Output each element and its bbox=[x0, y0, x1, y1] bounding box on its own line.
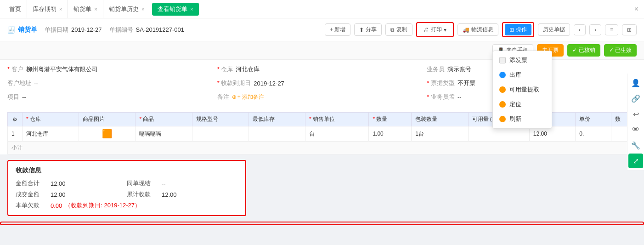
prev-button[interactable]: ‹ bbox=[574, 24, 586, 35]
dropdown-item-outbound[interactable]: 出库 bbox=[493, 68, 552, 82]
tab-sales-label: 销货单 bbox=[73, 5, 91, 13]
operations-label: 操作 bbox=[516, 26, 527, 34]
note-add-button[interactable]: ⊕ + 添加备注 bbox=[232, 93, 264, 101]
doc-title-text: 销货单 bbox=[18, 26, 37, 34]
tab-view-sales-close[interactable]: × bbox=[190, 6, 193, 12]
operations-dropdown: 添发票 出库 可用量提取 定位 刷新 bbox=[492, 51, 552, 129]
print-button[interactable]: 🖨 打印 ▾ bbox=[419, 24, 451, 35]
dropdown-item-refresh[interactable]: 刷新 bbox=[493, 112, 552, 126]
row-unit: 台 bbox=[305, 126, 369, 142]
history-button[interactable]: 历史单据 bbox=[538, 23, 570, 36]
staff-value: 演示账号 bbox=[447, 65, 471, 74]
dropdown-container: 添发票 出库 可用量提取 定位 刷新 bbox=[0, 222, 644, 225]
tab-bar: 首页 库存期初 × 销货单 × 销货单历史 × 查看销货单 × × bbox=[0, 0, 644, 18]
doc-header: 🧾 销货单 单据日期 2019-12-27 单据编号 SA-20191227-0… bbox=[0, 18, 644, 41]
tab-sales[interactable]: 销货单 × bbox=[68, 0, 103, 18]
view1-button[interactable]: ≡ bbox=[605, 24, 618, 35]
row-price: 0. bbox=[576, 126, 611, 142]
subtotal-label: 小计 bbox=[8, 142, 637, 154]
address-value: -- bbox=[34, 80, 38, 87]
total-amount-value: 12.00 bbox=[51, 180, 66, 187]
customer-label: 客户 bbox=[7, 65, 23, 74]
project-value: -- bbox=[22, 94, 26, 101]
share-button[interactable]: ⬆ 分享 bbox=[354, 23, 382, 36]
refresh-icon bbox=[499, 116, 506, 122]
accumulated-label: 累计收款 bbox=[127, 190, 159, 199]
doc-actions: + 新增 ⬆ 分享 ⧉ 复制 🖨 打印 ▾ 🚚 物流信息 bbox=[325, 22, 637, 37]
tab-sales-history-close[interactable]: × bbox=[141, 6, 144, 12]
dropdown-item-invoice[interactable]: 添发票 bbox=[493, 53, 552, 68]
row-min-stock bbox=[249, 126, 305, 142]
confirm-button[interactable]: ✓ 已核销 bbox=[567, 44, 600, 57]
view2-button[interactable]: ⊞ bbox=[622, 24, 637, 35]
col-pkg-qty: 包装数量 bbox=[412, 113, 468, 126]
note-add-label: + 添加备注 bbox=[237, 93, 264, 101]
dropdown-item-avail[interactable]: 可用量提取 bbox=[493, 82, 552, 97]
operations-highlight-box: ⊞ 操作 bbox=[502, 22, 534, 37]
transaction-label: 成交金额 bbox=[16, 190, 48, 199]
copy-button[interactable]: ⧉ 复制 bbox=[385, 23, 412, 36]
tab-sales-history[interactable]: 销货单历史 × bbox=[103, 0, 150, 18]
sidebar-undo-icon[interactable]: ↩ bbox=[628, 107, 643, 121]
payment-info-title: 收款信息 bbox=[16, 166, 238, 175]
print-label: 打印 bbox=[431, 26, 442, 34]
total-amount-label: 金额合计 bbox=[16, 179, 48, 188]
sidebar-eye-icon[interactable]: 👁 bbox=[628, 122, 643, 137]
tab-sales-close[interactable]: × bbox=[94, 6, 97, 12]
new-button[interactable]: + 新增 bbox=[325, 23, 350, 36]
same-order-value: -- bbox=[162, 180, 166, 187]
copy-icon: ⧉ bbox=[390, 27, 395, 33]
tab-inventory-close[interactable]: × bbox=[59, 6, 62, 12]
tab-home-label: 首页 bbox=[9, 5, 21, 13]
customer-field: 客户 柳州粤港平安气体有限公司 bbox=[7, 65, 217, 74]
sidebar-tool-icon[interactable]: 🔧 bbox=[628, 138, 643, 153]
locate-icon bbox=[499, 101, 506, 108]
doc-number-label: 单据编号 bbox=[109, 26, 133, 34]
payment-info-grid: 金额合计 12.00 同单现结 -- 成交金额 12.00 累计收款 12.00… bbox=[16, 179, 238, 210]
warehouse-label: 仓库 bbox=[217, 65, 233, 74]
address-label: 客户地址 bbox=[7, 79, 31, 87]
effective-button[interactable]: ✓ 已生效 bbox=[604, 44, 637, 57]
dropdown-refresh-label: 刷新 bbox=[509, 115, 521, 123]
due-label: 本单欠款 bbox=[16, 201, 48, 210]
col-price: 单价 bbox=[576, 113, 611, 126]
row-qty: 1.00 bbox=[369, 126, 412, 142]
share-label: 分享 bbox=[366, 26, 377, 34]
col-spec: 规格型号 bbox=[192, 113, 249, 126]
due-date-value: 2019-12-27 bbox=[254, 80, 284, 87]
ticket-type-value: 不开票 bbox=[458, 79, 475, 87]
same-order-row: 同单现结 -- bbox=[127, 179, 238, 188]
transaction-value: 12.00 bbox=[51, 191, 66, 198]
due-note: （收款到期日: 2019-12-27） bbox=[65, 201, 141, 210]
note-field: 备注 ⊕ + 添加备注 bbox=[217, 93, 427, 101]
row-img: 🟧 bbox=[79, 126, 136, 142]
sidebar-expand-icon[interactable]: ⤢ bbox=[628, 154, 643, 168]
print-icon: 🖨 bbox=[424, 27, 429, 33]
doc-date-label: 单据日期 bbox=[45, 26, 68, 34]
tab-view-sales[interactable]: 查看销货单 × bbox=[152, 3, 199, 16]
sidebar-user-icon[interactable]: 👤 bbox=[628, 75, 643, 90]
address-field: 客户地址 -- bbox=[7, 79, 217, 87]
due-date-label: 收款到期日 bbox=[217, 79, 251, 87]
sidebar-link-icon[interactable]: 🔗 bbox=[628, 91, 643, 106]
note-label: 备注 bbox=[217, 93, 229, 101]
tab-home[interactable]: 首页 bbox=[4, 0, 27, 18]
operations-icon: ⊞ bbox=[509, 27, 514, 33]
doc-number-meta: 单据编号 SA-20191227-001 bbox=[109, 26, 185, 34]
operations-button[interactable]: ⊞ 操作 bbox=[505, 24, 531, 35]
row-product: 嗝嗝嗝嗝 bbox=[136, 126, 192, 142]
logistics-button[interactable]: 🚚 物流信息 bbox=[458, 23, 498, 36]
accumulated-value: 12.00 bbox=[162, 191, 177, 198]
next-button[interactable]: › bbox=[589, 24, 601, 35]
tab-sales-history-label: 销货单历史 bbox=[109, 5, 139, 13]
tab-inventory[interactable]: 库存期初 × bbox=[27, 0, 68, 18]
dropdown-item-locate[interactable]: 定位 bbox=[493, 97, 552, 112]
close-all-tabs[interactable]: × bbox=[634, 5, 638, 13]
row-warehouse: 河北仓库 bbox=[23, 126, 79, 142]
logistics-icon: 🚚 bbox=[463, 27, 469, 33]
confirm-label: ✓ 已核销 bbox=[572, 46, 595, 54]
due-value: 0.00 bbox=[51, 202, 62, 209]
tab-inventory-label: 库存期初 bbox=[33, 5, 56, 13]
project-label: 项目 bbox=[7, 93, 19, 101]
warehouse-value: 河北仓库 bbox=[236, 65, 260, 74]
